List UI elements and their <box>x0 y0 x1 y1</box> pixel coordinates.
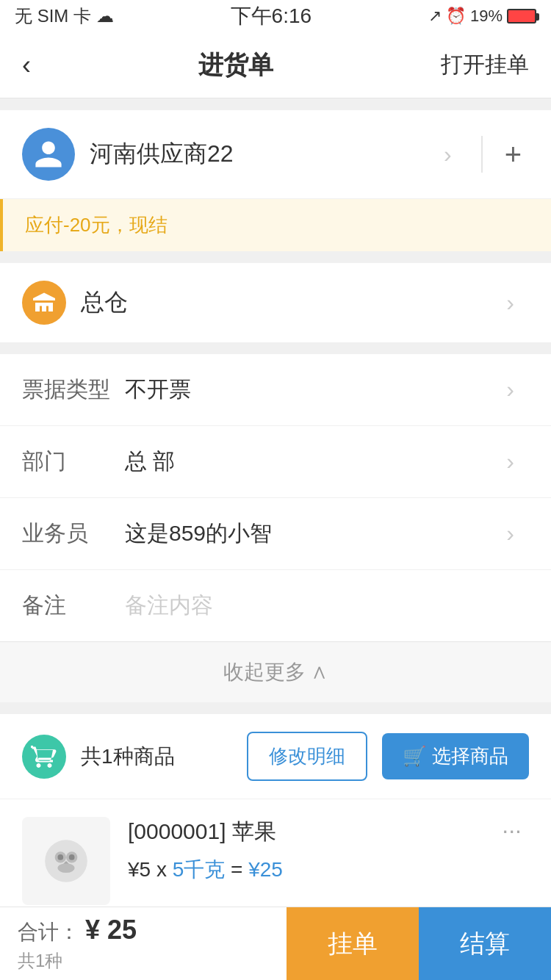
select-product-label: 选择商品 <box>432 743 508 769</box>
product-owl-icon <box>43 837 90 884</box>
svg-point-5 <box>57 863 74 873</box>
salesman-value: 这是859的小智 <box>125 519 506 549</box>
products-header: 共1种商品 修改明细 🛒 选择商品 <box>0 714 551 799</box>
bottom-summary: 合计： ¥ 25 共1种 <box>0 907 287 980</box>
section-gap-4 <box>0 702 551 714</box>
svg-point-4 <box>69 854 75 860</box>
products-count-icon-wrap <box>22 735 66 779</box>
product-item: [0000001] 苹果 ¥5 x 5千克 = ¥25 ··· <box>0 799 551 923</box>
hang-order-button[interactable]: 挂单 <box>287 907 419 980</box>
section-gap-3 <box>0 342 551 354</box>
products-count-text: 共1种商品 <box>81 743 232 771</box>
collapse-toggle[interactable]: 收起更多 ∧ <box>0 641 551 702</box>
warehouse-icon-wrap <box>22 281 66 325</box>
status-left: 无 SIM 卡 ☁ <box>15 4 114 28</box>
salesman-label: 业务员 <box>22 519 110 549</box>
supplier-avatar <box>22 128 75 181</box>
supplier-name: 河南供应商22 <box>90 138 444 170</box>
status-right: ↗ ⏰ 19% <box>428 7 536 26</box>
select-product-button[interactable]: 🛒 选择商品 <box>382 733 529 779</box>
total-label: 合计： <box>18 918 79 946</box>
department-value: 总 部 <box>125 447 506 477</box>
cart-icon <box>31 743 57 770</box>
section-gap-2 <box>0 251 551 263</box>
supplier-divider <box>481 136 483 173</box>
supplier-section: 河南供应商22 › + 应付-20元，现结 <box>0 110 551 251</box>
select-product-icon: 🛒 <box>403 745 426 768</box>
invoice-type-value: 不开票 <box>125 375 506 405</box>
section-gap-1 <box>0 98 551 110</box>
supplier-chevron-icon: › <box>444 141 452 168</box>
product-name: [0000001] 苹果 <box>128 817 477 847</box>
product-total: ¥25 <box>248 858 283 881</box>
product-quantity: 5千克 <box>173 858 226 881</box>
form-section: 票据类型 不开票 › 部门 总 部 › 业务员 这是859的小智 › 备注 备注… <box>0 354 551 702</box>
battery-icon <box>507 9 536 24</box>
nav-bar: ‹ 进货单 打开挂单 <box>0 32 551 98</box>
department-chevron-icon: › <box>506 448 514 475</box>
main-content: 河南供应商22 › + 应付-20元，现结 总仓 › 票据类型 不开票 › <box>0 98 551 980</box>
open-pending-button[interactable]: 打开挂单 <box>441 50 529 80</box>
battery-text: 19% <box>470 7 503 26</box>
products-section: 共1种商品 修改明细 🛒 选择商品 [0000 <box>0 714 551 923</box>
checkout-button[interactable]: 结算 <box>419 907 551 980</box>
department-label: 部门 <box>22 447 110 477</box>
product-equals: = <box>225 858 248 881</box>
warehouse-section[interactable]: 总仓 › <box>0 263 551 342</box>
add-supplier-button[interactable]: + <box>497 138 529 171</box>
supplier-row[interactable]: 河南供应商22 › + <box>0 110 551 199</box>
invoice-chevron-icon: › <box>506 376 514 403</box>
invoice-type-label: 票据类型 <box>22 375 110 405</box>
person-icon <box>32 138 65 170</box>
salesman-chevron-icon: › <box>506 520 514 547</box>
svg-point-3 <box>57 854 63 860</box>
signal-text: 无 SIM 卡 ☁ <box>15 4 114 28</box>
invoice-type-row[interactable]: 票据类型 不开票 › <box>0 354 551 425</box>
status-time: 下午6:16 <box>231 2 312 30</box>
product-info: [0000001] 苹果 ¥5 x 5千克 = ¥25 <box>128 817 477 884</box>
alarm-icon: ⏰ <box>446 7 466 26</box>
payment-notice: 应付-20元，现结 <box>0 199 551 251</box>
bottom-count: 共1种 <box>18 949 269 973</box>
warehouse-name: 总仓 <box>81 287 506 319</box>
bottom-bar: 合计： ¥ 25 共1种 挂单 结算 <box>0 907 551 980</box>
page-title: 进货单 <box>198 48 273 82</box>
department-row[interactable]: 部门 总 部 › <box>0 425 551 497</box>
remark-row[interactable]: 备注 备注内容 <box>0 569 551 641</box>
product-thumbnail <box>22 817 110 905</box>
bottom-total: 合计： ¥ 25 <box>18 915 269 946</box>
warehouse-row[interactable]: 总仓 › <box>0 263 551 342</box>
product-unit-price: ¥5 x <box>128 858 173 881</box>
status-bar: 无 SIM 卡 ☁ 下午6:16 ↗ ⏰ 19% <box>0 0 551 32</box>
product-price-line: ¥5 x 5千克 = ¥25 <box>128 856 477 884</box>
back-button[interactable]: ‹ <box>22 50 31 81</box>
location-icon: ↗ <box>428 7 442 26</box>
salesman-row[interactable]: 业务员 这是859的小智 › <box>0 497 551 569</box>
remark-label: 备注 <box>22 591 110 621</box>
warehouse-chevron-icon: › <box>506 289 514 317</box>
product-menu-button[interactable]: ··· <box>494 817 529 844</box>
edit-detail-button[interactable]: 修改明细 <box>247 732 367 781</box>
total-amount: ¥ 25 <box>85 915 137 945</box>
remark-placeholder: 备注内容 <box>125 591 529 621</box>
warehouse-icon <box>31 289 57 316</box>
